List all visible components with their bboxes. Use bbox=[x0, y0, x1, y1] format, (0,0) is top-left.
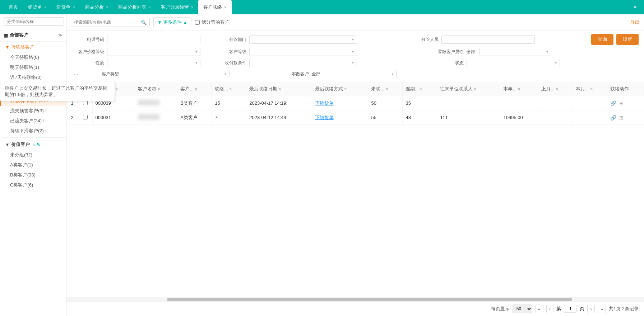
nav-home[interactable]: 首页 bbox=[4, 0, 23, 14]
sort-icon[interactable]: ⇅ bbox=[278, 87, 281, 91]
sort-icon[interactable]: ⇅ bbox=[518, 87, 520, 91]
circle-icon: ○ bbox=[33, 142, 35, 147]
scrollbar-thumb[interactable] bbox=[167, 298, 572, 301]
sort-icon[interactable]: ⇅ bbox=[420, 87, 423, 91]
phone-input[interactable] bbox=[107, 35, 200, 44]
sidebar-item-churned[interactable]: 已流失客户(24) ℹ bbox=[0, 116, 66, 126]
link-icon-2[interactable]: 🔗 bbox=[610, 115, 616, 121]
horizontal-scrollbar[interactable] bbox=[66, 297, 644, 301]
price-tier-select[interactable]: ▾ bbox=[107, 48, 200, 56]
export-button[interactable]: ↑ 导出 bbox=[627, 19, 640, 25]
sort-icon[interactable]: ⇅ bbox=[385, 87, 388, 91]
page-first-button[interactable]: « bbox=[535, 305, 543, 313]
retail-customer-select[interactable]: ▾ bbox=[325, 70, 397, 78]
status-select[interactable]: ▾ bbox=[467, 59, 560, 67]
query-button[interactable]: 查询 bbox=[591, 34, 613, 45]
sort-icon[interactable]: ⇅ bbox=[344, 87, 347, 91]
arrow-down-icon: ▼ bbox=[5, 44, 10, 50]
customer-tier-select[interactable]: ▾ bbox=[249, 48, 357, 56]
export-icon: ↑ bbox=[627, 20, 630, 25]
chevron-down-icon: ··· bbox=[529, 38, 532, 42]
td-unread-1: 50 bbox=[368, 96, 403, 110]
sort-icon[interactable]: ⇅ bbox=[158, 87, 161, 91]
dept-select[interactable]: ▾ bbox=[249, 36, 357, 44]
sidebar-item-ungrouped[interactable]: 未分组(32) bbox=[0, 150, 66, 160]
nav-customer-contact[interactable]: 客户联络 × bbox=[198, 0, 231, 14]
sort-icon[interactable]: ⇅ bbox=[556, 87, 559, 91]
window-close-button[interactable]: × bbox=[630, 4, 640, 10]
close-icon[interactable]: × bbox=[224, 5, 226, 9]
customer-type-label: 客户类型 bbox=[87, 71, 119, 77]
page-prev-button[interactable]: ‹ bbox=[546, 305, 553, 313]
edit-icon[interactable]: ✎ bbox=[37, 142, 40, 147]
collapse-icon[interactable]: ≫ bbox=[58, 33, 62, 38]
nature-label: 性质 bbox=[72, 60, 104, 66]
th-overdue: 逾期...⇅ bbox=[403, 82, 437, 96]
more-dots[interactable]: ··· bbox=[72, 71, 80, 77]
td-unread-2: 55 bbox=[368, 110, 403, 125]
total-records: 共1页 2条记录 bbox=[609, 306, 639, 312]
close-icon[interactable]: × bbox=[148, 5, 150, 9]
filter-row-1: 电话号码 分管部门 ▾ 分管人员 ··· 查 bbox=[72, 34, 639, 45]
retail-attr-select[interactable]: ▾ bbox=[479, 48, 551, 56]
nav-product-analysis-list[interactable]: 商品分析列表 × bbox=[113, 0, 156, 14]
grid-icon-2[interactable]: ⊞ bbox=[619, 115, 624, 121]
sort-icon[interactable]: ⇅ bbox=[195, 87, 198, 91]
chevron-down-icon: ▾ bbox=[546, 50, 548, 54]
close-icon[interactable]: × bbox=[191, 5, 193, 9]
page-input[interactable] bbox=[564, 305, 577, 313]
price-tier-label: 客户价格等级 bbox=[72, 49, 104, 55]
per-page-select[interactable]: 50 20 100 bbox=[513, 305, 532, 313]
nav-purchase[interactable]: 进货单 × bbox=[51, 0, 80, 14]
td-contact-1: 15 bbox=[212, 96, 246, 110]
customer-type-select[interactable]: ▾ bbox=[122, 70, 230, 78]
sort-icon[interactable]: ⇅ bbox=[115, 87, 118, 91]
chevron-down-icon: ▾ bbox=[352, 38, 354, 42]
row-checkbox-2[interactable] bbox=[83, 115, 88, 119]
contact-method-link-1[interactable]: 下销货单 bbox=[315, 100, 334, 106]
sidebar-item-churn-warning[interactable]: 流失预警客户(3) ℹ bbox=[0, 106, 66, 116]
sidebar-item-today-pending[interactable]: 今天待联络(0) bbox=[0, 52, 66, 62]
th-unit-contact: 往来单位联系人⇅ bbox=[437, 82, 500, 96]
contact-method-link-2[interactable]: 下销货单 bbox=[315, 115, 334, 120]
page-next-button[interactable]: › bbox=[587, 305, 594, 313]
my-customer-checkbox[interactable] bbox=[195, 20, 200, 25]
more-conditions-button[interactable]: ▼ 更多条件 ▲ bbox=[153, 17, 191, 27]
sidebar-item-class-c[interactable]: C类客户(6) bbox=[0, 180, 66, 190]
customer-name-blurred-2 bbox=[138, 114, 159, 120]
settings-button[interactable]: 设置 bbox=[616, 34, 639, 45]
search-icon[interactable]: 🔍 bbox=[141, 20, 147, 25]
th-this-month: 本月...⇅ bbox=[573, 82, 607, 96]
sidebar-item-tomorrow-pending[interactable]: 明天待联络(1) bbox=[0, 62, 66, 72]
nav-sales[interactable]: 销货单 × bbox=[23, 0, 51, 14]
nav-customer-tier[interactable]: 客户分层经营 × bbox=[156, 0, 198, 14]
nature-select[interactable]: ▾ bbox=[107, 59, 200, 67]
sidebar-item-7days-pending[interactable]: 近7天待联络(0) bbox=[0, 72, 66, 82]
sort-icon[interactable]: ⇅ bbox=[474, 87, 477, 91]
sort-icon[interactable]: ⇅ bbox=[229, 87, 232, 91]
sidebar-item-class-a[interactable]: A类客户(1) bbox=[0, 160, 66, 170]
sidebar-item-declining[interactable]: 持续下滑客户(2) ℹ bbox=[0, 126, 66, 136]
sidebar-search-input[interactable] bbox=[4, 17, 64, 26]
close-icon[interactable]: × bbox=[44, 5, 46, 9]
td-code-2: 000031 bbox=[92, 110, 135, 125]
payment-select[interactable]: ▾ bbox=[249, 59, 357, 67]
search-input[interactable] bbox=[74, 20, 141, 25]
manager-select[interactable]: ··· bbox=[441, 36, 535, 44]
sidebar-item-class-b[interactable]: B类客户(33) bbox=[0, 170, 66, 180]
sidebar-group-pending[interactable]: ▼ 待联络客户 bbox=[0, 42, 66, 52]
close-icon[interactable]: × bbox=[73, 5, 75, 9]
sidebar-group-value[interactable]: ▼ 价值客户 ○ ✎ bbox=[0, 139, 66, 150]
close-icon[interactable]: × bbox=[106, 5, 108, 9]
table-header-row: ⚙ 客户编码⇅ 客户名称⇅ 客户...⇅ 联络...⇅ 最后联络日期⇅ 最后联络… bbox=[66, 82, 644, 96]
all-customers-title: ▦ 全部客户 ≫ bbox=[0, 29, 66, 42]
link-icon-1[interactable]: 🔗 bbox=[610, 100, 616, 106]
sort-icon[interactable]: ⇅ bbox=[590, 87, 593, 91]
nav-product-analysis[interactable]: 商品分析 × bbox=[80, 0, 113, 14]
sidebar: 🔍 ▦ 全部客户 ≫ ▼ 待联络客户 今天待联络(0) 明天待联络(1) 近7天… bbox=[0, 14, 66, 316]
filter-search-box: 🔍 bbox=[71, 18, 150, 27]
status-label: 状态 bbox=[431, 60, 464, 66]
grid-icon-1[interactable]: ⊞ bbox=[619, 100, 624, 106]
page-last-button[interactable]: » bbox=[598, 305, 606, 313]
td-this-month-2 bbox=[573, 110, 607, 125]
